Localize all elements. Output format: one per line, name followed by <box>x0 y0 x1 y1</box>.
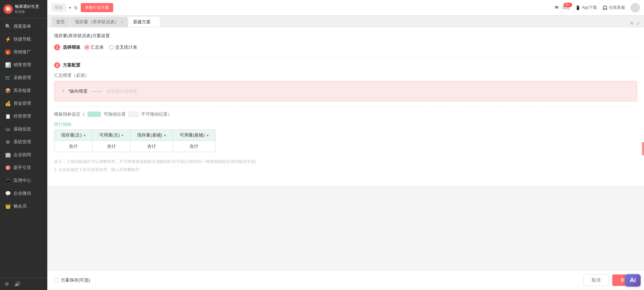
quick-nav-icon: ⚡ <box>5 36 11 42</box>
marketing-icon: 🎁 <box>5 49 11 55</box>
sidebar-label-quick-nav: 快捷导航 <box>14 36 31 42</box>
save-plan-checkbox[interactable]: 方案保存(可选) <box>54 277 90 283</box>
movable-label: 可拖动位置 <box>104 111 126 117</box>
sidebar-footer: ⚙ 🔊 <box>0 277 47 290</box>
vip-icon: 👑 <box>5 203 11 209</box>
sidebar-item-system[interactable]: ⚙ 系统管理 <box>0 136 47 148</box>
tip-2: 2. 点击标题栏下拉可设置排序、插入列和删除列 <box>54 166 637 174</box>
save-plan-label: 方案保存(可选) <box>61 277 90 283</box>
apps-icon: 📱 <box>5 177 11 184</box>
sidebar-item-newbie[interactable]: 🎯 新手引导 <box>0 161 47 174</box>
sidebar-item-search-menu[interactable]: 🔍 搜索菜单 <box>0 20 47 33</box>
col-label-2: 现存量(基辅) <box>137 132 162 138</box>
app-name: 畅康通好生意 <box>15 4 39 9</box>
col-header-0[interactable]: 现存量(主) ▾ <box>54 130 93 141</box>
search-placeholder-text: 搜索 <box>55 5 63 10</box>
user-avatar[interactable] <box>630 3 640 13</box>
sidebar-item-inventory[interactable]: 📦 库存核算 <box>0 84 47 97</box>
footer-audio-icon[interactable]: 🔊 <box>15 281 20 287</box>
tab-inventory-label: 现存量（库存状况表） <box>75 19 119 25</box>
tab-new-plan[interactable]: 新建方案 × <box>128 17 159 27</box>
col-label-3: 可用量(基辅) <box>180 132 205 138</box>
sidebar-item-quick-nav[interactable]: ⚡ 快捷导航 <box>0 33 47 46</box>
tab-home[interactable]: 首页 <box>51 17 70 27</box>
col-chevron-3[interactable]: ▾ <box>207 134 208 137</box>
movable-indicator <box>88 112 101 117</box>
topbar-dropdown-icon[interactable]: ▾ <box>69 5 71 10</box>
template-radio-group: 汇总表 交叉统计表 <box>84 44 137 50</box>
col-chevron-1[interactable]: ▾ <box>122 134 123 137</box>
headset-icon: 🎧 <box>602 5 608 10</box>
section-1: 1 选择模板 汇总表 交叉统计表 <box>54 44 637 50</box>
ai-badge[interactable]: Ai <box>625 274 641 287</box>
sidebar-label-purchase: 采购管理 <box>14 75 31 81</box>
finance-icon: 💰 <box>5 100 11 106</box>
sidebar-item-finance[interactable]: 💰 资金管理 <box>0 97 47 110</box>
tab-new-close-icon[interactable]: × <box>153 20 155 24</box>
sidebar-item-marketing[interactable]: 🎁 营销推广 <box>0 46 47 58</box>
wechat-icon: 💬 <box>5 190 11 196</box>
section-2: 2 方案配置 汇总维度（必选） * *纵向维度 —— 请选择分组维度 模板指标设… <box>54 62 637 174</box>
radio-summary-circle <box>84 45 89 50</box>
col-header-3[interactable]: 可用量(基辅) ▾ <box>173 130 216 141</box>
stats-table-data-row: 合计 合计 合计 合计 <box>54 141 216 152</box>
dimension-required-star: * <box>63 89 64 94</box>
section-1-title: 选择模板 <box>63 44 80 50</box>
cancel-button[interactable]: 取消 <box>583 274 609 286</box>
dimension-separator: —— <box>92 88 102 94</box>
sidebar-item-operations[interactable]: 📋 经营管理 <box>0 110 47 123</box>
sidebar-item-apps[interactable]: 📱 应用中心 <box>0 174 47 187</box>
tab-inventory-close-icon[interactable]: × <box>121 20 123 24</box>
tab-home-label: 首页 <box>56 19 65 25</box>
sidebar-label-search-menu: 搜索菜单 <box>14 23 31 29</box>
cell-0: 合计 <box>54 141 93 152</box>
col-label-1: 可用量(主) <box>99 132 120 138</box>
radio-crosstab-circle <box>109 45 114 50</box>
sidebar-label-operations: 经营管理 <box>14 113 31 119</box>
save-checkbox-box[interactable] <box>54 278 59 283</box>
sidebar-item-wechat[interactable]: 💬 企业微信 <box>0 187 47 200</box>
trial-industry-button[interactable]: 体验行业方案 <box>81 3 113 12</box>
topbar: 搜索 ▾ ⚙ 体验行业方案 ✉ 99+ 消息 📱 App下载 🎧 在线客服 <box>47 0 644 16</box>
cell-3: 合计 <box>173 141 216 152</box>
sidebar-item-base[interactable]: 🗂 基础信息 <box>0 123 47 136</box>
modal-close-icon[interactable]: ✕ <box>629 20 634 26</box>
dimension-placeholder-text[interactable]: 请选择分组维度 <box>106 88 137 94</box>
message-container[interactable]: ✉ 99+ 消息 <box>555 5 570 10</box>
sidebar-label-newbie: 新手引导 <box>14 165 31 171</box>
bottom-bar: 方案保存(可选) 取消 查询 <box>47 270 644 290</box>
modal-expand-icon[interactable]: ⤢ <box>636 21 640 26</box>
main-area: 搜索 ▾ ⚙ 体验行业方案 ✉ 99+ 消息 📱 App下载 🎧 在线客服 <box>47 0 644 290</box>
app-download-btn[interactable]: 📱 App下载 <box>575 5 597 10</box>
col-chevron-2[interactable]: ▾ <box>164 134 166 137</box>
message-badge: 99+ <box>564 3 572 7</box>
radio-crosstab[interactable]: 交叉统计表 <box>109 44 137 50</box>
resize-handle[interactable] <box>642 142 644 155</box>
template-label-text: 模板指标设定（ <box>54 111 85 117</box>
footer-settings-icon[interactable]: ⚙ <box>5 281 9 287</box>
dimension-vertical-label: *纵向维度 <box>68 88 88 94</box>
sidebar-label-inventory: 库存核算 <box>14 88 31 94</box>
radio-summary[interactable]: 汇总表 <box>84 44 104 50</box>
online-service-btn[interactable]: 🎧 在线客服 <box>602 5 625 10</box>
tab-inventory-status[interactable]: 现存量（库存状况表） × <box>70 17 128 27</box>
sidebar-item-sales[interactable]: 📊 销售管理 <box>0 58 47 71</box>
dimension-inner: * *纵向维度 —— 请选择分组维度 <box>63 88 629 94</box>
sales-icon: 📊 <box>5 62 11 68</box>
topbar-gear-icon[interactable]: ⚙ <box>74 5 78 10</box>
sidebar-item-vip[interactable]: 👑 畅会员 <box>0 200 47 213</box>
col-header-2[interactable]: 现存量(基辅) ▾ <box>130 130 173 141</box>
sidebar-logo: 畅 <box>3 4 13 14</box>
app-download-label: App下载 <box>582 5 597 10</box>
topbar-search-box[interactable]: 搜索 <box>51 3 66 12</box>
sidebar-header: 畅 畅康通好生意 标准版 <box>0 0 47 19</box>
online-service-label: 在线客服 <box>609 5 625 10</box>
section-1-header: 1 选择模板 汇总表 交叉统计表 <box>54 44 637 50</box>
col-chevron-0[interactable]: ▾ <box>84 134 85 137</box>
sidebar-item-enterprise[interactable]: 🏢 企业协同 <box>0 148 47 161</box>
sidebar-label-sales: 销售管理 <box>14 62 31 68</box>
sidebar-label-base: 基础信息 <box>14 126 31 132</box>
col-header-1[interactable]: 可用量(主) ▾ <box>92 130 130 141</box>
stats-table: 现存量(主) ▾ 可用量(主) ▾ <box>54 129 216 152</box>
sidebar-item-purchase[interactable]: 🛒 采购管理 <box>0 71 47 84</box>
